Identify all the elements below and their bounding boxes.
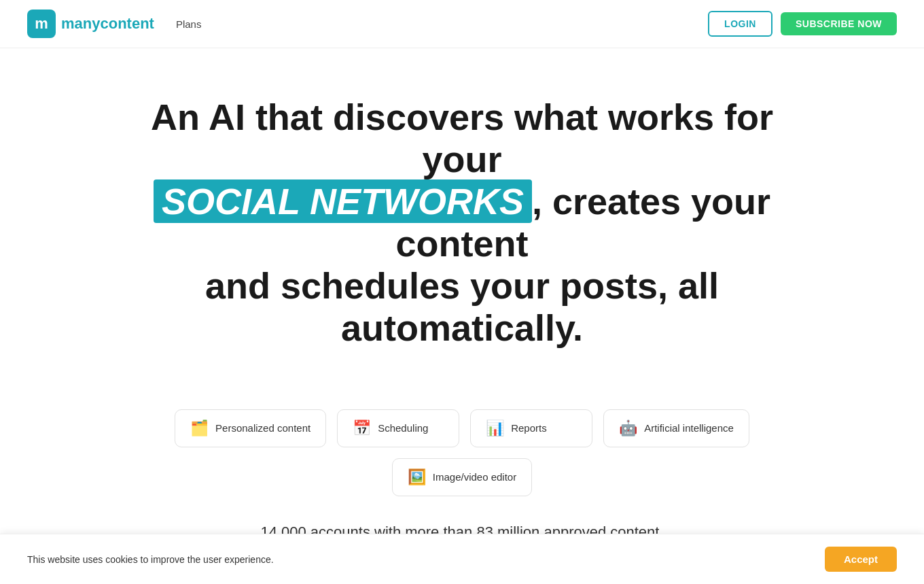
feature-reports-label: Reports [511,422,547,434]
hero-section: An AI that discovers what works for your… [88,48,836,377]
feature-scheduling-label: Scheduling [378,422,428,434]
feature-scheduling: 📅 Scheduling [337,409,459,447]
hero-line1: An AI that discovers what works for your [151,97,773,179]
hero-highlight: SOCIAL NETWORKS [154,179,532,223]
hero-title: An AI that discovers what works for your… [116,96,808,349]
reports-icon: 📊 [486,419,504,437]
feature-ai-label: Artificial intelligence [644,422,734,434]
scheduling-icon: 📅 [353,419,371,437]
cookie-banner: This website uses cookies to improve the… [0,534,924,584]
personalized-content-icon: 🗂️ [190,419,209,437]
accept-cookie-button[interactable]: Accept [825,547,897,572]
login-button[interactable]: LOGIN [708,11,772,37]
feature-reports: 📊 Reports [470,409,592,447]
features-row: 🗂️ Personalized content 📅 Scheduling 📊 R… [88,409,836,496]
subscribe-nav-button[interactable]: SUBSCRIBE NOW [781,12,897,35]
navbar-right: LOGIN SUBSCRIBE NOW [708,11,897,37]
nav-plans[interactable]: Plans [176,18,202,30]
feature-artificial-intelligence: 🤖 Artificial intelligence [603,409,749,447]
logo-letter: m [35,15,48,33]
ai-icon: 🤖 [619,419,637,437]
cookie-text: This website uses cookies to improve the… [27,554,274,565]
navbar-left: m manycontent Plans [27,10,201,38]
image-video-icon: 🖼️ [408,468,426,486]
navbar: m manycontent Plans LOGIN SUBSCRIBE NOW [0,0,924,48]
feature-image-video-label: Image/video editor [433,471,516,483]
logo[interactable]: m manycontent [27,10,154,38]
feature-image-video-editor: 🖼️ Image/video editor [392,458,532,496]
hero-line3: and schedules your posts, all automatica… [205,265,719,348]
logo-icon: m [27,10,56,38]
logo-text: manycontent [61,15,154,33]
feature-personalized-content-label: Personalized content [215,422,310,434]
feature-personalized-content: 🗂️ Personalized content [175,409,326,447]
